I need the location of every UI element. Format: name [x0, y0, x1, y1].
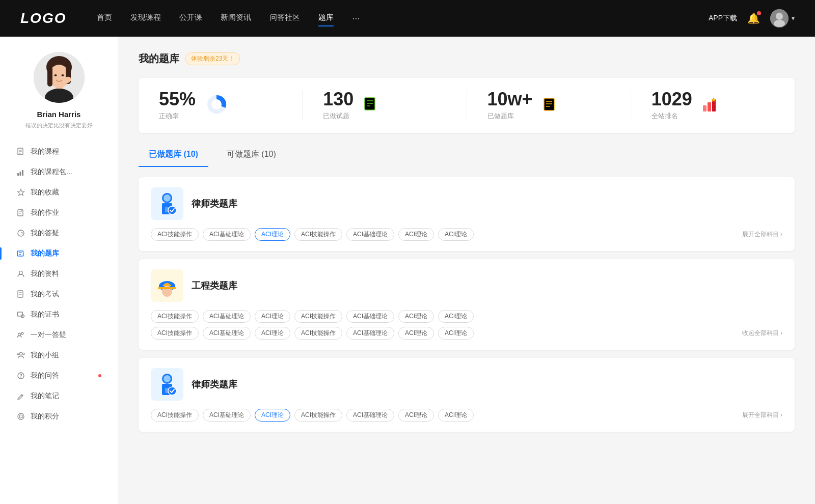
sidebar-label: 我的笔记: [31, 391, 59, 401]
avatar: [770, 9, 789, 27]
stat-accuracy: 55% 正确率: [139, 90, 303, 121]
tag-highlighted[interactable]: ACI理论: [255, 409, 290, 422]
sidebar-item-points[interactable]: 我的积分: [8, 406, 110, 427]
nav-discover[interactable]: 发现课程: [130, 13, 161, 24]
sidebar-label: 我的作业: [31, 208, 59, 217]
svg-rect-47: [365, 98, 375, 110]
tag[interactable]: ACI技能操作: [151, 228, 199, 241]
svg-marker-20: [18, 189, 24, 196]
tag[interactable]: ACI基础理论: [346, 409, 394, 422]
sidebar-item-my-qa[interactable]: ? 我的答疑: [8, 223, 110, 243]
tag[interactable]: ACI技能操作: [294, 409, 342, 422]
sidebar-item-my-courses[interactable]: 我的课程: [8, 142, 110, 162]
sidebar-item-qbank[interactable]: 我的题库: [8, 243, 110, 264]
tag[interactable]: ACI理论: [438, 327, 474, 340]
qbank-card-lawyer-1: 律师类题库 ACI技能操作 ACI基础理论 ACI理论 ACI技能操作 ACI基…: [139, 177, 795, 251]
tag[interactable]: ACI理论: [398, 310, 434, 323]
app-download-button[interactable]: APP下载: [709, 14, 737, 23]
svg-point-1: [776, 13, 783, 20]
svg-point-42: [18, 413, 24, 419]
sidebar-item-exam[interactable]: 我的考试: [8, 284, 110, 304]
svg-rect-52: [544, 98, 554, 110]
nav-qbank[interactable]: 题库: [318, 13, 334, 24]
expand-link-lawyer-2[interactable]: 展开全部科目 ›: [742, 411, 782, 419]
svg-point-71: [164, 375, 171, 382]
tag[interactable]: ACI技能操作: [151, 409, 199, 422]
lawyer-icon-2: [151, 368, 183, 401]
main-content: 我的题库 体验剩余23天！ 55% 正确率: [118, 37, 815, 504]
navbar-right: APP下载 🔔 ▾: [709, 9, 795, 27]
svg-text:?: ?: [20, 231, 23, 236]
sidebar-item-cert[interactable]: 我的证书: [8, 304, 110, 325]
sidebar-label: 我的答疑: [31, 229, 59, 238]
nav-more[interactable]: ···: [352, 13, 360, 24]
sidebar-label: 我的收藏: [31, 188, 59, 197]
tab-done-banks[interactable]: 已做题库 (10): [139, 145, 208, 167]
sidebar-label: 我的资料: [31, 269, 59, 278]
expand-link-lawyer-1[interactable]: 展开全部科目 ›: [742, 230, 782, 239]
sidebar-item-course-pkg[interactable]: 我的课程包...: [8, 162, 110, 182]
done-banks-value: 10w+: [487, 90, 533, 108]
sidebar-label: 一对一答疑: [31, 330, 66, 340]
lawyer-icon: [151, 187, 183, 220]
done-questions-label: 已做试题: [323, 111, 354, 121]
tag[interactable]: ACI基础理论: [346, 310, 394, 323]
tag-highlighted[interactable]: ACI理论: [255, 228, 290, 241]
user-avatar-menu[interactable]: ▾: [770, 9, 795, 27]
qbank-icon: [16, 249, 25, 258]
sidebar-item-homework[interactable]: 我的作业: [8, 203, 110, 223]
tag[interactable]: ACI理论: [398, 409, 434, 422]
nav-home[interactable]: 首页: [97, 13, 112, 24]
sidebar-label: 我的证书: [31, 310, 59, 319]
nav-open-course[interactable]: 公开课: [179, 13, 202, 24]
user-motto: 错误的决定比没有决定要好: [15, 122, 103, 129]
questions-icon: [364, 96, 380, 116]
tag[interactable]: ACI理论: [255, 310, 290, 323]
tag[interactable]: ACI基础理论: [346, 228, 394, 241]
svg-point-45: [211, 99, 222, 109]
page-header: 我的题库 体验剩余23天！: [139, 52, 795, 66]
sidebar-item-tutor[interactable]: 一对一答疑: [8, 325, 110, 345]
tag[interactable]: ACI理论: [398, 327, 434, 340]
tag[interactable]: ACI基础理论: [203, 327, 251, 340]
notification-bell[interactable]: 🔔: [747, 12, 760, 24]
svg-point-28: [19, 271, 22, 274]
svg-rect-57: [708, 102, 711, 111]
sidebar-item-group[interactable]: 我的小组: [8, 345, 110, 366]
sidebar-item-notes[interactable]: 我的笔记: [8, 386, 110, 406]
tab-available-banks[interactable]: 可做题库 (10): [216, 145, 286, 167]
nav-news[interactable]: 新闻资讯: [221, 13, 251, 24]
collapse-link-engineer[interactable]: 收起全部科目 ›: [742, 329, 782, 338]
homework-icon: [16, 209, 25, 217]
sidebar-item-question[interactable]: 我的问答: [8, 366, 110, 386]
tag[interactable]: ACI理论: [438, 310, 474, 323]
tag[interactable]: ACI基础理论: [203, 310, 251, 323]
question-icon: [16, 372, 25, 380]
nav-qa[interactable]: 问答社区: [269, 13, 300, 24]
lawyer-2-tags-row: ACI技能操作 ACI基础理论 ACI理论 ACI技能操作 ACI基础理论 AC…: [151, 409, 782, 422]
sidebar-item-profile[interactable]: 我的资料: [8, 264, 110, 284]
engineer-bank-name: 工程类题库: [192, 279, 237, 292]
tag[interactable]: ACI理论: [255, 327, 290, 340]
tag[interactable]: ACI理论: [398, 228, 434, 241]
tag[interactable]: ACI基础理论: [203, 228, 251, 241]
sidebar-item-favorites[interactable]: 我的收藏: [8, 182, 110, 203]
tag[interactable]: ACI技能操作: [294, 310, 342, 323]
sidebar-menu: 我的课程 我的课程包... 我的收藏 我的作业: [0, 142, 118, 427]
tag[interactable]: ACI理论: [438, 228, 474, 241]
logo[interactable]: LOGO: [20, 10, 66, 26]
points-icon: [16, 412, 25, 421]
tag[interactable]: ACI基础理论: [203, 409, 251, 422]
tag[interactable]: ACI技能操作: [294, 327, 342, 340]
tag[interactable]: ACI技能操作: [151, 310, 199, 323]
svg-point-73: [168, 387, 176, 395]
svg-rect-18: [20, 172, 21, 176]
sidebar-label: 我的积分: [31, 412, 59, 421]
tag[interactable]: ACI技能操作: [294, 228, 342, 241]
svg-point-37: [17, 353, 19, 355]
tag[interactable]: ACI基础理论: [346, 327, 394, 340]
tag[interactable]: ACI技能操作: [151, 327, 199, 340]
done-banks-label: 已做题库: [487, 111, 533, 121]
qbank-card-lawyer-2: 律师类题库 ACI技能操作 ACI基础理论 ACI理论 ACI技能操作 ACI基…: [139, 358, 795, 432]
tag[interactable]: ACI理论: [438, 409, 474, 422]
